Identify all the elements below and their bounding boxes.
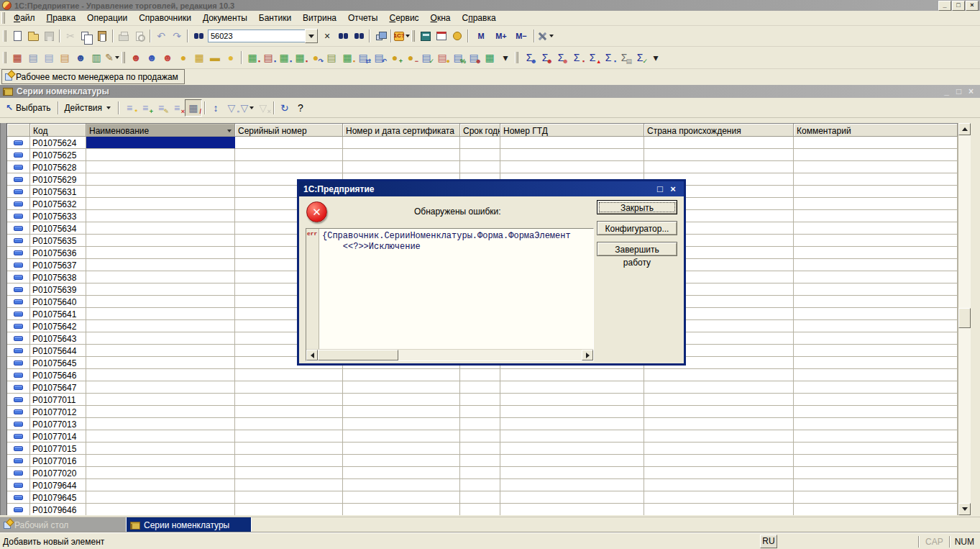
horizontal-scrollbar[interactable] <box>306 349 593 360</box>
data-cell[interactable] <box>460 137 500 149</box>
row-marker-cell[interactable] <box>7 259 30 271</box>
data-cell[interactable] <box>460 381 500 394</box>
data-cell[interactable] <box>794 222 958 235</box>
data-cell[interactable] <box>343 161 460 173</box>
data-cell[interactable] <box>235 467 343 479</box>
data-cell[interactable] <box>794 357 958 369</box>
sigma-check-button[interactable]: Σ✓ <box>632 50 648 65</box>
table-row[interactable]: P01077015 <box>7 443 958 455</box>
data-cell[interactable] <box>86 381 235 394</box>
scales-button[interactable]: ▥ <box>88 50 104 65</box>
row-marker-cell[interactable] <box>7 430 30 443</box>
menu-сервис[interactable]: Сервис <box>383 12 424 24</box>
window-tab-серии-номенклатуры[interactable]: Серии номенклатуры <box>127 517 252 533</box>
data-cell[interactable] <box>794 467 958 479</box>
data-cell[interactable] <box>794 259 958 271</box>
window-restore-button[interactable]: □ <box>952 1 965 11</box>
data-cell[interactable] <box>794 271 958 283</box>
scroll-down-button[interactable] <box>958 503 971 515</box>
data-cell[interactable] <box>460 394 500 406</box>
data-cell[interactable] <box>460 161 500 173</box>
row-marker-cell[interactable] <box>7 186 30 198</box>
data-cell[interactable] <box>500 149 644 161</box>
scroll-up-button[interactable] <box>958 123 971 135</box>
data-cell[interactable] <box>86 320 235 332</box>
signature-button[interactable]: ✎ <box>104 50 120 65</box>
data-cell[interactable] <box>235 137 343 149</box>
menu-правка[interactable]: Правка <box>41 12 82 24</box>
data-cell[interactable] <box>644 479 794 491</box>
data-cell[interactable] <box>794 381 958 394</box>
child-window-titlebar[interactable]: Серии номенклатуры _ □ × <box>0 85 980 98</box>
data-cell[interactable] <box>86 247 235 259</box>
row-marker-cell[interactable] <box>7 491 30 504</box>
doc-money-button[interactable]: ▤ <box>324 50 339 65</box>
data-cell[interactable] <box>460 369 500 381</box>
table-row[interactable]: P01075624 <box>7 137 958 149</box>
code-cell[interactable]: P01075642 <box>30 320 86 332</box>
shutdown-button[interactable]: Завершить работу <box>597 242 677 256</box>
sigma-people-button[interactable]: Σ☻ <box>553 50 569 65</box>
data-cell[interactable] <box>794 320 958 332</box>
data-cell[interactable] <box>343 149 460 161</box>
coin-tray-button[interactable]: ▬ <box>207 50 223 65</box>
code-cell[interactable]: P01075629 <box>30 173 86 186</box>
data-cell[interactable] <box>86 186 235 198</box>
print-preview-button[interactable] <box>132 28 147 44</box>
table-row[interactable]: P01075625 <box>7 149 958 161</box>
code-cell[interactable]: P01075640 <box>30 296 86 308</box>
row-marker-cell[interactable] <box>7 271 30 283</box>
row-marker-cell[interactable] <box>7 173 30 186</box>
child-restore-button[interactable]: □ <box>953 86 965 96</box>
data-cell[interactable] <box>460 443 500 455</box>
dialog-close-button[interactable]: × <box>667 183 679 194</box>
data-cell[interactable] <box>86 161 235 173</box>
print-button[interactable] <box>116 28 132 44</box>
row-marker-cell[interactable] <box>7 479 30 491</box>
code-cell[interactable]: P01079644 <box>30 479 86 491</box>
data-cell[interactable] <box>86 271 235 283</box>
data-cell[interactable] <box>644 161 794 173</box>
data-cell[interactable] <box>460 467 500 479</box>
data-cell[interactable] <box>86 491 235 504</box>
doc-return-button[interactable]: ▤↶ <box>371 50 387 65</box>
table-row[interactable]: P01079644 <box>7 479 958 491</box>
menu-справочники[interactable]: Справочники <box>133 12 197 24</box>
table-row[interactable]: P01075647 <box>7 381 958 394</box>
data-cell[interactable] <box>794 198 958 210</box>
vertical-scrollbar[interactable] <box>958 123 971 515</box>
data-cell[interactable] <box>86 406 235 418</box>
data-cell[interactable] <box>794 369 958 381</box>
print-document-button[interactable]: ▤ <box>41 50 57 65</box>
data-cell[interactable] <box>794 394 958 406</box>
data-cell[interactable] <box>794 332 958 345</box>
help-1c-button[interactable]: 1С? <box>394 28 410 44</box>
data-cell[interactable] <box>235 455 343 467</box>
menu-бантики[interactable]: Бантики <box>253 12 297 24</box>
row-marker-cell[interactable] <box>7 332 30 345</box>
save-button[interactable] <box>41 28 57 44</box>
coins-add-button[interactable]: ●+ <box>387 50 403 65</box>
window-minimize-button[interactable]: _ <box>938 1 951 11</box>
toolbar-grip[interactable] <box>411 30 415 42</box>
data-cell[interactable] <box>235 406 343 418</box>
temporary-lock-button[interactable] <box>449 28 465 44</box>
row-marker-cell[interactable] <box>7 137 30 149</box>
combobox-dropdown-button[interactable] <box>305 29 318 43</box>
row-marker-cell[interactable] <box>7 235 30 247</box>
column-header-номер-гтд[interactable]: Номер ГТД <box>500 124 644 137</box>
code-cell[interactable]: P01075646 <box>30 369 86 381</box>
data-cell[interactable] <box>644 369 794 381</box>
data-cell[interactable] <box>343 394 460 406</box>
data-cell[interactable] <box>794 283 958 296</box>
data-cell[interactable] <box>86 455 235 467</box>
row-marker-cell[interactable] <box>7 504 30 515</box>
data-cell[interactable] <box>794 308 958 320</box>
clear-find-button[interactable]: × <box>319 28 335 44</box>
data-cell[interactable] <box>500 479 644 491</box>
code-cell[interactable]: P01075645 <box>30 357 86 369</box>
code-cell[interactable]: P01075635 <box>30 235 86 247</box>
coins-pile-button[interactable]: ● <box>223 50 239 65</box>
row-marker-cell[interactable] <box>7 345 30 357</box>
row-marker-cell[interactable] <box>7 308 30 320</box>
